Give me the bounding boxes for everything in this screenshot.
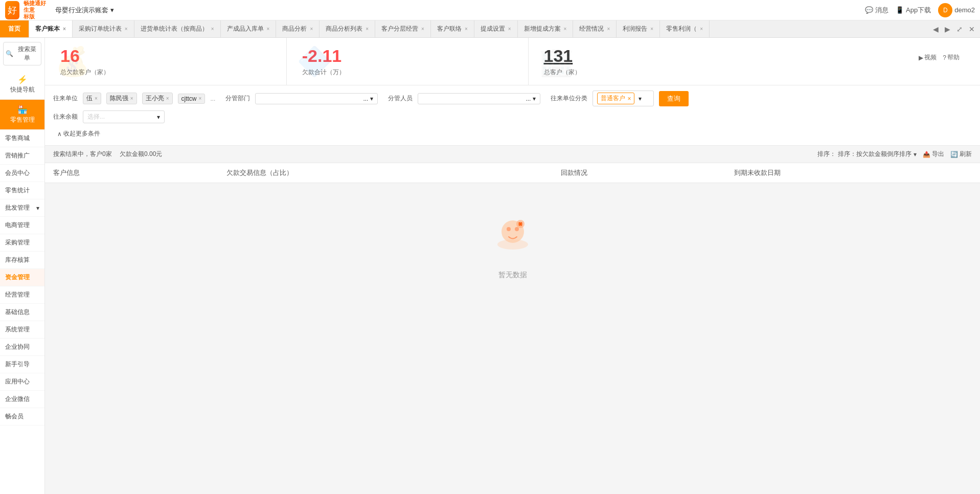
sidebar-item-system[interactable]: 系统管理 xyxy=(0,321,44,339)
help-icon: ? xyxy=(943,54,946,61)
sidebar-item-inventory[interactable]: 库存核算 xyxy=(0,252,44,269)
sidebar-item-retail-stats[interactable]: 零售统计 xyxy=(0,182,44,199)
sidebar-item-member-vip[interactable]: 畅会员 xyxy=(0,408,44,425)
svg-point-3 xyxy=(515,227,519,231)
tab-profit-report[interactable]: 利润报告 × xyxy=(617,20,660,37)
user-menu[interactable]: D demo2 xyxy=(938,3,975,17)
tab-home[interactable]: 首页 xyxy=(0,20,29,37)
chevron-down-icon: ▾ xyxy=(533,95,536,102)
tab-produce-storage[interactable]: 产成品入库单 × xyxy=(221,20,277,37)
sidebar-item-enterprise[interactable]: 企业协同 xyxy=(0,339,44,356)
table-header: 客户信息 欠款交易信息（占比） 回款情况 到期未收款日期 xyxy=(45,163,980,183)
tab-retail-profit[interactable]: 零售利润（ × xyxy=(660,20,710,37)
tab-close-produce[interactable]: × xyxy=(267,26,270,32)
collapse-up-icon: ∧ xyxy=(57,130,62,138)
sidebar-item-quick-nav[interactable]: ⚡ 快捷导航 xyxy=(0,70,44,100)
sidebar-item-ecommerce[interactable]: 电商管理 xyxy=(0,217,44,234)
chevron-down-icon: ▾ xyxy=(157,114,160,121)
collapse-btn[interactable]: ∧ 收起更多条件 xyxy=(53,127,972,140)
sidebar-item-app-center[interactable]: 应用中心 xyxy=(0,373,44,391)
content-area: 💰 16 总欠款客户（家） 🔷 -2.11 欠款合计（万） 🏢 131 总客户（… xyxy=(45,38,980,494)
filter-tag-wu: 伍 × xyxy=(83,93,101,104)
tag-close-chen[interactable]: × xyxy=(130,96,133,101)
tab-close-retail-profit[interactable]: × xyxy=(700,26,703,32)
export-btn[interactable]: 📤 导出 xyxy=(923,150,944,159)
tab-scroll-right[interactable]: ▶ xyxy=(943,24,952,34)
chevron-down-icon: ▾ xyxy=(36,205,39,212)
filter-tag-chen: 陈民强 × xyxy=(106,93,137,104)
tab-close-new-increase[interactable]: × xyxy=(564,26,567,32)
filter-area: 往来单位 伍 × 陈民强 × 王小亮 × cjttcw × ... xyxy=(45,85,980,146)
sidebar-item-wholesale[interactable]: 批发管理 ▾ xyxy=(0,199,44,217)
collapse-area: ∧ 收起更多条件 xyxy=(53,127,972,140)
tab-purchase-order-stats[interactable]: 采购订单统计表 × xyxy=(73,20,134,37)
sidebar-item-enterprise-wechat[interactable]: 企业微信 xyxy=(0,391,44,408)
help-btn[interactable]: ? 帮助 xyxy=(943,53,960,62)
sidebar-item-finance[interactable]: 资金管理 xyxy=(0,269,44,286)
col-customer-info: 客户信息 xyxy=(45,163,218,183)
filter-tag-wang: 王小亮 × xyxy=(142,93,173,104)
tab-product-analysis[interactable]: 商品分析 × xyxy=(276,20,320,37)
sidebar-item-purchase[interactable]: 采购管理 xyxy=(0,234,44,252)
tab-bar: 首页 客户账本 × 采购订单统计表 × 进货单统计表（按商品） × 产成品入库单… xyxy=(0,20,980,38)
sort-selector[interactable]: 排序： 排序：按欠款金额倒序排序 ▾ xyxy=(817,150,917,159)
tab-close-purchase-order[interactable]: × xyxy=(125,26,128,32)
tag-close-cjttcw[interactable]: × xyxy=(199,96,202,101)
tab-new-increase[interactable]: 新增提成方案 × xyxy=(518,20,574,37)
app-download-btn[interactable]: 📱 App下载 xyxy=(896,6,931,15)
result-bar: 搜索结果中，客户0家 欠款金额0.00元 排序： 排序：按欠款金额倒序排序 ▾ … xyxy=(45,146,980,163)
system-selector[interactable]: 母婴行业演示账套 ▾ xyxy=(55,6,114,15)
tab-close-contact[interactable]: × xyxy=(465,26,468,32)
svg-point-2 xyxy=(507,227,511,231)
header-middle: 母婴行业演示账套 ▾ xyxy=(50,6,865,15)
tag-close-wu[interactable]: × xyxy=(95,96,98,101)
tab-customer-contact[interactable]: 客户联络 × xyxy=(431,20,474,37)
sidebar-item-new-guide[interactable]: 新手引导 xyxy=(0,356,44,373)
tab-operations[interactable]: 经营情况 × xyxy=(573,20,617,37)
sidebar-item-member[interactable]: 会员中心 xyxy=(0,165,44,182)
tab-scroll-left[interactable]: ◀ xyxy=(931,24,941,34)
logo-text: 畅捷通好生意 标版 xyxy=(24,0,50,20)
tab-customer-segment[interactable]: 客户分层经营 × xyxy=(375,20,431,37)
tag-close-wang[interactable]: × xyxy=(166,96,169,101)
tab-close-operations[interactable]: × xyxy=(607,26,610,32)
tab-product-analysis-list[interactable]: 商品分析列表 × xyxy=(320,20,375,37)
logo-icon: 好 xyxy=(5,1,19,19)
tab-collapse[interactable]: ✕ xyxy=(967,24,977,34)
result-summary: 搜索结果中，客户0家 欠款金额0.00元 xyxy=(53,150,162,159)
sidebar-item-retail-mall[interactable]: 零售商城 xyxy=(0,130,44,147)
filter-more-tags[interactable]: ... xyxy=(210,95,215,102)
tab-purchase-stats-by-product[interactable]: 进货单统计表（按商品） × xyxy=(134,20,221,37)
chevron-down-icon: ▾ xyxy=(370,95,373,102)
empty-text: 暂无数据 xyxy=(498,271,527,280)
balance-selector[interactable]: 选择... ▾ xyxy=(83,110,165,123)
unit-type-selector[interactable]: 普通客户 × ▾ xyxy=(592,91,654,106)
tab-close-customer-account[interactable]: × xyxy=(63,26,66,32)
unit-type-tag-close[interactable]: × xyxy=(627,95,631,102)
tab-close-product-analysis[interactable]: × xyxy=(310,26,313,32)
sidebar-item-basic-info[interactable]: 基础信息 xyxy=(0,304,44,321)
tab-propose-settings[interactable]: 提成设置 × xyxy=(474,20,518,37)
search-button[interactable]: 查询 xyxy=(659,91,689,106)
sidebar-item-operations-mgmt[interactable]: 经营管理 xyxy=(0,286,44,304)
filter-tag-cjttcw: cjttcw × xyxy=(178,94,206,104)
tab-close-profit[interactable]: × xyxy=(650,26,653,32)
balance-filter-label: 往来余额 xyxy=(53,113,78,121)
tab-expand[interactable]: ⤢ xyxy=(954,24,965,34)
tab-close-propose[interactable]: × xyxy=(508,26,511,32)
refresh-btn[interactable]: 🔄 刷新 xyxy=(950,150,972,159)
video-btn[interactable]: ▶ 视频 xyxy=(919,53,937,62)
tab-close-purchase-stats[interactable]: × xyxy=(211,26,214,32)
sidebar-item-marketing[interactable]: 营销推广 xyxy=(0,147,44,165)
table-wrapper: 客户信息 欠款交易信息（占比） 回款情况 到期未收款日期 xyxy=(45,163,980,494)
tab-close-product-list[interactable]: × xyxy=(366,26,369,32)
dept-selector[interactable]: ... ▾ xyxy=(255,93,378,104)
search-menu-btn[interactable]: 🔍 搜索菜单 xyxy=(3,42,41,65)
person-selector[interactable]: ... ▾ xyxy=(418,93,540,104)
messages-btn[interactable]: 💬 消息 xyxy=(865,6,888,15)
tab-close-segment[interactable]: × xyxy=(421,26,424,32)
sidebar-item-retail[interactable]: 🏪 零售管理 xyxy=(0,100,44,130)
filter-row-2: 往来余额 选择... ▾ xyxy=(53,110,972,123)
retail-icon: 🏪 xyxy=(17,105,28,115)
tab-customer-account[interactable]: 客户账本 × xyxy=(29,20,73,37)
